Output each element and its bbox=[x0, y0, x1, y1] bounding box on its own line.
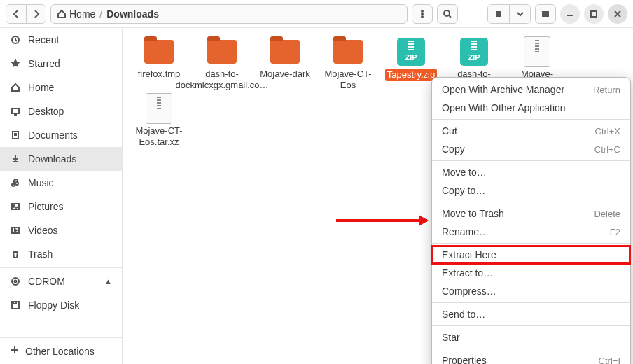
folder-icon bbox=[207, 40, 237, 64]
sidebar-item-music[interactable]: Music bbox=[0, 171, 122, 195]
sidebar-item-desktop[interactable]: Desktop bbox=[0, 99, 122, 123]
ctx-extract-here[interactable]: Extract Here bbox=[432, 246, 630, 264]
eject-icon[interactable]: ▲ bbox=[104, 277, 112, 286]
zip-icon: ZIP bbox=[460, 38, 488, 66]
path-current[interactable]: Downloads bbox=[106, 8, 159, 20]
search-icon bbox=[443, 9, 452, 19]
trash-icon bbox=[10, 248, 21, 260]
ctx-extract-to[interactable]: Extract to… bbox=[432, 264, 630, 282]
ctx-accel: Ctrl+I bbox=[599, 356, 620, 365]
ctx-compress[interactable]: Compress… bbox=[432, 282, 630, 300]
ctx-accel: Ctrl+X bbox=[595, 126, 620, 136]
zip-icon: ZIP bbox=[397, 38, 425, 66]
home-icon bbox=[57, 9, 67, 19]
download-icon bbox=[10, 153, 21, 164]
file-label: Mojave-CT-Eos.tar.xz bbox=[131, 125, 187, 147]
context-menu: Open With Archive ManagerReturnOpen With… bbox=[431, 77, 631, 364]
sidebar-item-label: Other Locations bbox=[25, 346, 95, 357]
close-button[interactable] bbox=[608, 4, 627, 24]
file-item[interactable]: Mojave-dark bbox=[257, 38, 313, 90]
ctx-accel: F2 bbox=[610, 227, 620, 237]
svg-rect-16 bbox=[13, 302, 16, 304]
music-icon bbox=[10, 177, 21, 188]
maximize-icon bbox=[589, 9, 599, 19]
svg-point-13 bbox=[12, 278, 19, 285]
sidebar-item-starred[interactable]: Starred bbox=[0, 52, 122, 76]
sidebar-item-label: CDROM bbox=[28, 276, 65, 287]
back-button[interactable] bbox=[6, 5, 26, 23]
list-icon bbox=[494, 9, 503, 19]
svg-point-2 bbox=[422, 16, 423, 18]
ctx-open-with-other-application[interactable]: Open With Other Application bbox=[432, 99, 630, 117]
file-label: Tapestry.zip bbox=[385, 69, 437, 81]
plus-icon bbox=[10, 345, 20, 357]
ctx-label: Rename… bbox=[442, 226, 489, 237]
sidebar-other-locations[interactable]: Other Locations bbox=[0, 337, 122, 364]
nav-buttons bbox=[6, 4, 46, 24]
sidebar-item-recent[interactable]: Recent bbox=[0, 28, 122, 52]
ctx-accel: Ctrl+C bbox=[594, 144, 620, 155]
sidebar-item-label: Home bbox=[28, 82, 54, 93]
maximize-button[interactable] bbox=[584, 4, 604, 24]
archive-icon bbox=[146, 93, 172, 124]
floppy-icon bbox=[10, 300, 21, 311]
video-icon bbox=[10, 225, 21, 236]
list-view-button[interactable] bbox=[488, 5, 509, 23]
file-item[interactable]: dash-to-dockmicxgx.gmail.co… bbox=[194, 38, 250, 90]
ctx-open-with-archive-manager[interactable]: Open With Archive ManagerReturn bbox=[432, 80, 630, 99]
ctx-star[interactable]: Star bbox=[432, 328, 630, 346]
forward-button[interactable] bbox=[26, 5, 46, 23]
ctx-cut[interactable]: CutCtrl+X bbox=[432, 122, 630, 140]
toolbar: Home / Downloads bbox=[0, 0, 633, 28]
path-home[interactable]: Home bbox=[57, 8, 95, 20]
kebab-icon bbox=[417, 9, 427, 19]
sidebar-item-videos[interactable]: Videos bbox=[0, 218, 122, 242]
view-group bbox=[487, 4, 531, 24]
minimize-button[interactable] bbox=[560, 4, 580, 24]
sidebar-item-pictures[interactable]: Pictures bbox=[0, 195, 122, 218]
sidebar-item-trash[interactable]: Trash bbox=[0, 242, 122, 266]
ctx-accel: Delete bbox=[594, 209, 620, 219]
pathbar[interactable]: Home / Downloads bbox=[50, 4, 408, 24]
view-dropdown-button[interactable] bbox=[509, 5, 530, 23]
hamburger-icon bbox=[541, 9, 550, 19]
ctx-copy-to[interactable]: Copy to… bbox=[432, 181, 630, 200]
hamburger-button[interactable] bbox=[535, 4, 556, 24]
sidebar-device-floppy-disk[interactable]: Floppy Disk bbox=[0, 293, 122, 317]
file-label: Mojave-dark bbox=[260, 69, 310, 80]
search-button[interactable] bbox=[437, 4, 458, 24]
ctx-send-to[interactable]: Send to… bbox=[432, 305, 630, 323]
sidebar-item-documents[interactable]: Documents bbox=[0, 123, 122, 147]
ctx-label: Extract Here bbox=[442, 249, 496, 260]
sidebar-device-cdrom[interactable]: CDROM▲ bbox=[0, 270, 122, 293]
menu-button[interactable] bbox=[412, 4, 433, 24]
sidebar-item-label: Starred bbox=[28, 58, 60, 69]
ctx-rename[interactable]: Rename…F2 bbox=[432, 223, 630, 241]
disc-icon bbox=[10, 276, 21, 287]
ctx-label: Copy to… bbox=[442, 185, 485, 196]
ctx-label: Extract to… bbox=[442, 267, 493, 279]
sidebar-item-downloads[interactable]: Downloads bbox=[0, 147, 122, 171]
sidebar-item-label: Documents bbox=[28, 130, 78, 141]
ctx-move-to[interactable]: Move to… bbox=[432, 163, 630, 181]
arrow-annotation bbox=[336, 219, 427, 222]
file-item[interactable]: Mojave-CT-Eos.tar.xz bbox=[131, 94, 187, 147]
sidebar-item-label: Floppy Disk bbox=[28, 300, 79, 311]
file-item[interactable]: ZIPTapestry.zip bbox=[383, 38, 439, 90]
desktop-icon bbox=[10, 106, 21, 117]
ctx-accel: Return bbox=[593, 85, 620, 95]
file-label: Mojave-CT-Eos bbox=[320, 69, 376, 90]
sidebar-item-home[interactable]: Home bbox=[0, 76, 122, 99]
sidebar-item-label: Music bbox=[28, 177, 54, 188]
folder-icon bbox=[144, 40, 174, 64]
ctx-properties[interactable]: PropertiesCtrl+I bbox=[432, 351, 630, 364]
ctx-label: Star bbox=[442, 332, 460, 343]
svg-rect-6 bbox=[12, 108, 19, 113]
ctx-copy[interactable]: CopyCtrl+C bbox=[432, 140, 630, 158]
path-separator: / bbox=[99, 8, 102, 20]
archive-icon bbox=[524, 36, 550, 67]
file-item[interactable]: Mojave-CT-Eos bbox=[320, 38, 376, 90]
file-label: firefox.tmp bbox=[138, 69, 181, 80]
folder-icon bbox=[333, 40, 363, 64]
ctx-move-to-trash[interactable]: Move to TrashDelete bbox=[432, 204, 630, 223]
